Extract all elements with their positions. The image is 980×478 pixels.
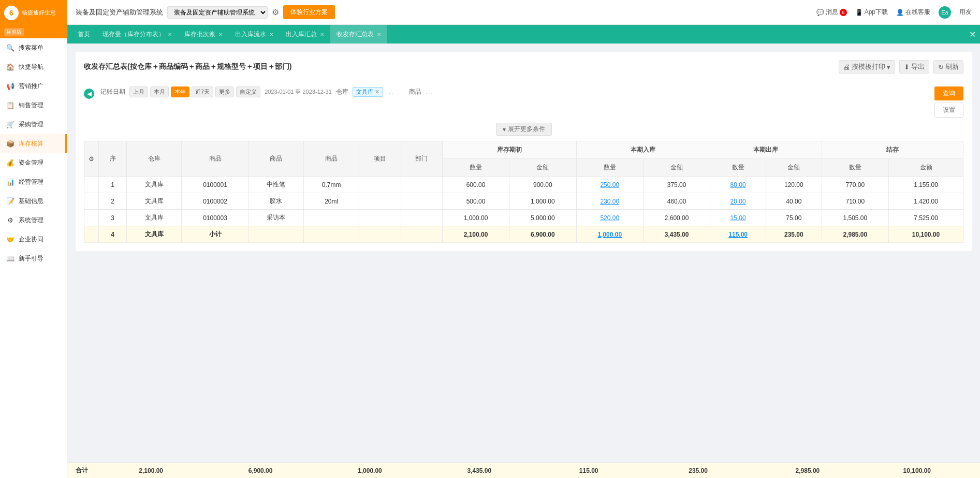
- message-icon: 💬: [816, 9, 824, 16]
- table-row: 1 文具库 0100001 中性笔 0.7mm 600.00 900.00 25…: [84, 177, 963, 193]
- row-out-qty[interactable]: 80.00: [710, 177, 766, 193]
- row-in-qty[interactable]: 230.00: [576, 193, 643, 210]
- row-goods-name: 胶水: [248, 193, 303, 210]
- row-goods-code: 0100001: [182, 177, 248, 193]
- filter-settings-btn[interactable]: 设置: [934, 103, 963, 118]
- edition-row: 标准版: [0, 26, 67, 38]
- sidebar-item-guide[interactable]: 📖新手引导: [0, 249, 67, 268]
- subtotal-warehouse: 文具库: [127, 226, 182, 243]
- system-title: 装备及固定资产辅助管理系统: [76, 8, 163, 17]
- query-btn[interactable]: 查询: [934, 86, 963, 100]
- sidebar-logo: 6 畅捷通好生意: [0, 0, 67, 26]
- row-no: 2: [99, 193, 127, 210]
- sidebar-item-sales[interactable]: 📋销售管理: [0, 96, 67, 115]
- goods-label: 商品: [409, 88, 421, 96]
- row-goods-name: 采访本: [248, 210, 303, 226]
- tab-inout-summary[interactable]: 出入库汇总 ✕: [280, 25, 330, 44]
- subtotal-opening-amt: 6,900.00: [509, 226, 576, 243]
- tab-close-batch-ledger[interactable]: ✕: [218, 32, 223, 37]
- row-warehouse: 文具库: [127, 193, 182, 210]
- refresh-icon: ↻: [938, 63, 944, 71]
- print-btn[interactable]: 🖨 按模板打印 ▾: [839, 60, 895, 74]
- subtotal-out-amt: 235.00: [766, 226, 822, 243]
- tab-inout-flow[interactable]: 出入库流水 ✕: [229, 25, 280, 44]
- date-range: 2023-01-01 至 2023-12-31: [265, 88, 332, 96]
- date-btn-last-month[interactable]: 上月: [129, 86, 148, 97]
- row-out-qty[interactable]: 20.00: [710, 193, 766, 210]
- date-btn-this-year[interactable]: 本年: [171, 86, 189, 97]
- subtotal-out-qty[interactable]: 115.00: [710, 226, 766, 243]
- app-download-btn[interactable]: 📱 App下载: [855, 8, 888, 17]
- sidebar-item-marketing[interactable]: 📢营销推广: [0, 77, 67, 96]
- finance-icon: 💰: [6, 159, 14, 167]
- user-avatar[interactable]: Ea: [939, 6, 951, 19]
- experience-btn[interactable]: 体验行业方案: [283, 5, 335, 19]
- service-icon: 👤: [896, 9, 904, 16]
- sidebar-item-enterprise[interactable]: 🤝企业协同: [0, 230, 67, 249]
- col-warehouse: 仓库: [127, 141, 182, 177]
- sidebar-item-inventory[interactable]: 📦库存核算: [0, 134, 67, 153]
- chevron-down-icon: ▾: [887, 63, 890, 71]
- main-area: 装备及固定资产辅助管理系统 装备及固定资产辅助管理系统 ⚙ 体验行业方案 💬 消…: [67, 0, 980, 478]
- tab-close-recv-send[interactable]: ✕: [377, 32, 381, 37]
- tab-recv-send-summary[interactable]: 收发存汇总表 ✕: [330, 25, 387, 44]
- sidebar-item-quick-nav[interactable]: 🏠快捷导航: [0, 57, 67, 77]
- date-btn-7days[interactable]: 近7天: [192, 86, 213, 97]
- tab-close-inout-flow[interactable]: ✕: [269, 32, 273, 37]
- system-select[interactable]: 装备及固定资产辅助管理系统: [167, 6, 268, 19]
- tab-inventory-dist[interactable]: 现存量（库存分布表） ✕: [96, 25, 178, 44]
- user-name[interactable]: 用友: [959, 8, 972, 17]
- sidebar-item-base-info[interactable]: 📝基础信息: [0, 192, 67, 211]
- sidebar-item-label: 经营管理: [19, 178, 43, 186]
- tab-home[interactable]: 首页: [71, 25, 96, 44]
- export-btn[interactable]: ⬇ 导出: [899, 60, 929, 74]
- tab-close-inventory-dist[interactable]: ✕: [168, 32, 172, 37]
- subtotal-label: 小计: [182, 226, 248, 243]
- close-all-tabs[interactable]: ✕: [969, 30, 976, 39]
- table-settings-col[interactable]: ⚙: [84, 141, 99, 177]
- expand-more-btn[interactable]: ▾ 展开更多条件: [496, 123, 552, 136]
- data-table-wrap: ⚙ 序 仓库 商品 商品 商品 项目 部门 库存期初 本期入库 本期出库: [84, 141, 963, 243]
- subtotal-in-qty[interactable]: 1,000.00: [576, 226, 643, 243]
- date-btn-custom[interactable]: 自定义: [236, 86, 260, 97]
- sidebar-item-finance[interactable]: 💰资金管理: [0, 153, 67, 172]
- table-row: 2 文具库 0100002 胶水 20ml 500.00 1,000.00 23…: [84, 193, 963, 210]
- row-balance-amt: 1,420.00: [889, 193, 963, 210]
- sidebar-item-purchase[interactable]: 🛒采购管理: [0, 115, 67, 134]
- online-service-btn[interactable]: 👤 在线客服: [896, 8, 930, 17]
- row-project: [359, 177, 401, 193]
- page-title: 收发存汇总表(按仓库＋商品编码＋商品＋规格型号＋项目＋部门): [84, 62, 291, 71]
- refresh-btn[interactable]: ↻ 刷新: [933, 60, 963, 74]
- warehouse-more-dots[interactable]: ...: [386, 89, 394, 96]
- row-opening-qty: 500.00: [442, 193, 509, 210]
- total-label: 合计: [76, 466, 88, 475]
- sidebar-item-operations[interactable]: 📊经营管理: [0, 172, 67, 192]
- tab-close-inout-summary[interactable]: ✕: [320, 32, 324, 37]
- row-opening-qty: 600.00: [442, 177, 509, 193]
- col-goods-name: 商品: [248, 141, 303, 177]
- row-balance-amt: 1,155.00: [889, 177, 963, 193]
- row-out-qty[interactable]: 15.00: [710, 210, 766, 226]
- row-in-qty[interactable]: 520.00: [576, 210, 643, 226]
- date-btn-this-month[interactable]: 本月: [150, 86, 169, 97]
- sidebar-item-label: 新手引导: [19, 254, 43, 263]
- filter-toggle-btn[interactable]: ◀: [84, 89, 94, 99]
- sidebar-item-search[interactable]: 🔍搜索菜单: [0, 38, 67, 57]
- sidebar-item-system[interactable]: ⚙系统管理: [0, 211, 67, 230]
- goods-more-dots[interactable]: ...: [426, 89, 434, 96]
- guide-icon: 📖: [6, 255, 14, 263]
- search-icon: 🔍: [6, 44, 14, 52]
- base-info-icon: 📝: [6, 197, 14, 205]
- messages-btn[interactable]: 💬 消息 6: [816, 8, 847, 17]
- col-department: 部门: [401, 141, 442, 177]
- warehouse-label: 仓库: [336, 88, 348, 96]
- date-btn-more[interactable]: 更多: [215, 86, 234, 97]
- message-badge: 6: [840, 9, 847, 16]
- gear-icon[interactable]: ⚙: [272, 7, 279, 17]
- row-no: 3: [99, 210, 127, 226]
- warehouse-tag-close[interactable]: ✕: [375, 89, 379, 95]
- row-in-qty[interactable]: 250.00: [576, 177, 643, 193]
- row-goods-name: 中性笔: [248, 177, 303, 193]
- main-card: 收发存汇总表(按仓库＋商品编码＋商品＋规格型号＋项目＋部门) 🖨 按模板打印 ▾…: [76, 52, 972, 251]
- tab-batch-ledger[interactable]: 库存批次账 ✕: [178, 25, 229, 44]
